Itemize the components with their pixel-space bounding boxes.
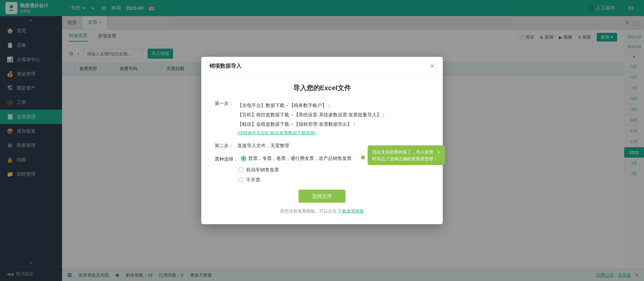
ticket-choice-section: 票种选择： 普票，专票，卷票，通行费发票，农产品销售发票 × 现在支持的票种多了… — [215, 156, 429, 183]
step1-link[interactable]: (详细操作见百旺/航信发票数据下载指南) — [237, 130, 316, 135]
radio-normal[interactable] — [241, 156, 246, 161]
modal-body: 导入您的Excel文件 第一步： 【全电平台】数据下载→【税务数字账户】； 【百… — [201, 75, 443, 224]
step1-label: 第一步： — [215, 101, 233, 136]
modal-close-button[interactable]: ✕ — [430, 62, 435, 70]
step2-label: 第二步： — [215, 143, 233, 149]
tooltip-area: × 现在支持的票种多了，导入发票时别忘了选择正确的发票类型呀！ — [361, 156, 365, 160]
tooltip-bubble: × 现在支持的票种多了，导入发票时别忘了选择正确的发票类型呀！ — [368, 146, 445, 165]
import-modal: 销项数据导入 ✕ 导入您的Excel文件 第一步： 【全电平台】数据下载→【税务… — [201, 57, 443, 224]
radio-normal-label: 普票，专票，卷票，通行费发票，农产品销售发票 — [248, 156, 352, 162]
ticket-row-none: 不开票 — [215, 177, 429, 183]
ticket-option-normal[interactable]: 普票，专票，卷票，通行费发票，农产品销售发票 — [241, 156, 352, 162]
tooltip-close-btn[interactable]: × — [437, 149, 440, 156]
radio-none[interactable] — [238, 177, 244, 183]
modal-title: 销项数据导入 — [209, 62, 241, 69]
step1-line-3: 【航信】金税盘数据下载→【报税管理-发票数据导出】； — [237, 119, 386, 129]
radio-motor-label: 机动车销售发票 — [246, 167, 279, 173]
step1-section: 第一步： 【全电平台】数据下载→【税务数字账户】； 【百旺】税控盘数据下载→【系… — [215, 101, 429, 136]
ticket-row-motor: 机动车销售发票 — [215, 167, 429, 173]
select-file-area: 选择文件 — [215, 190, 429, 203]
ticket-label: 票种选择： — [215, 156, 238, 162]
modal-footer: 若您没有发票模版，可以点击 下载发票模版 — [215, 208, 429, 214]
radio-motor[interactable] — [238, 167, 244, 173]
step1-line-2: 【百旺】税控盘数据下载→【系统设置-系统参数设置-发票批量导入】； — [237, 110, 386, 119]
step1-row: 第一步： 【全电平台】数据下载→【税务数字账户】； 【百旺】税控盘数据下载→【系… — [215, 101, 429, 136]
import-title: 导入您的Excel文件 — [215, 83, 429, 93]
step1-link-area: (详细操作见百旺/航信发票数据下载指南) — [237, 130, 386, 136]
step1-line-1: 【全电平台】数据下载→【税务数字账户】； — [237, 101, 386, 110]
download-template-link[interactable]: 下载发票模版 — [338, 209, 364, 214]
step1-content: 【全电平台】数据下载→【税务数字账户】； 【百旺】税控盘数据下载→【系统设置-系… — [237, 101, 386, 136]
ticket-row-normal: 票种选择： 普票，专票，卷票，通行费发票，农产品销售发票 × 现在支持的票种多了… — [215, 156, 429, 162]
tooltip-dot — [361, 156, 365, 160]
radio-none-label: 不开票 — [246, 177, 260, 183]
select-file-button[interactable]: 选择文件 — [299, 190, 345, 203]
modal-header: 销项数据导入 ✕ — [201, 57, 443, 75]
step2-text: 直接导入文件，无需整理 — [237, 143, 289, 149]
tooltip-text: 现在支持的票种多了，导入发票时别忘了选择正确的发票类型呀！ — [372, 150, 438, 161]
footer-text: 若您没有发票模版，可以点击 — [280, 209, 337, 214]
